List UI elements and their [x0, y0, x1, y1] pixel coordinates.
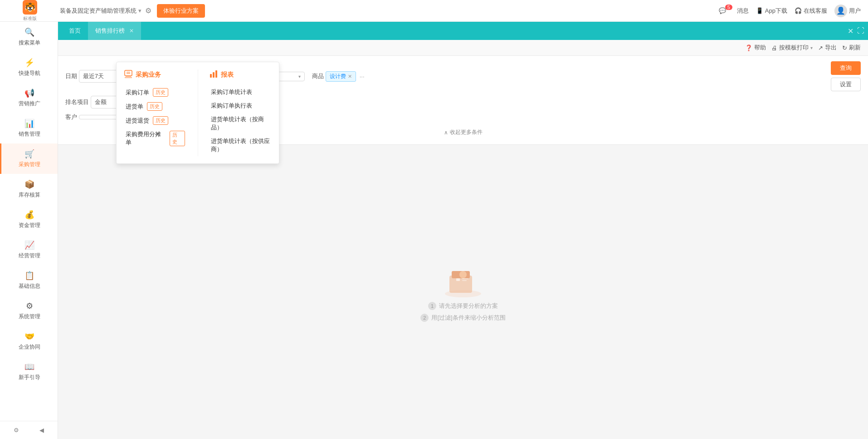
sidebar-item-system[interactable]: ⚙ 系统管理 — [0, 296, 58, 326]
goods-filter: 商品 设计费 ✕ ··· — [312, 71, 365, 82]
sidebar-label-purchase: 采购管理 — [19, 161, 40, 168]
empty-state: 1 请先选择要分析的方案 2 用[过滤]条件来缩小分析范围 — [58, 145, 868, 439]
inbound-stat-supplier-label: 进货单统计表（按供应商） — [211, 137, 270, 153]
sidebar-settings-btn[interactable]: ⚙ — [14, 427, 19, 434]
message-icon: 💬 — [719, 7, 726, 14]
refresh-label: 刷新 — [849, 44, 861, 52]
empty-step-1-text: 请先选择要分析的方案 — [439, 302, 498, 310]
sidebar-item-newbie[interactable]: 📖 新手引导 — [0, 356, 58, 387]
sidebar-item-inventory[interactable]: 📦 库存核算 — [0, 174, 58, 204]
tab-home[interactable]: 首页 — [62, 22, 88, 40]
inbound-return-label: 进货退货 — [126, 117, 149, 125]
user-item[interactable]: 👤 用户 — [834, 5, 861, 17]
date-value: 最近7天 — [83, 72, 104, 80]
purchase-order-label: 采购订单 — [126, 89, 149, 97]
online-service-item[interactable]: 🎧 在线客服 — [795, 7, 827, 15]
purchase-section-icon — [124, 69, 133, 80]
history-badge-1: 历史 — [147, 102, 162, 111]
menu-item-purchase-order-stat[interactable]: 采购订单统计表 — [209, 85, 272, 99]
search-icon: 🔍 — [24, 27, 34, 37]
sidebar-item-search[interactable]: 🔍 搜索菜单 — [0, 22, 58, 52]
enterprise-icon: 🤝 — [24, 331, 34, 341]
menu-item-inbound-stat-goods[interactable]: 进货单统计表（按商品） — [209, 113, 272, 134]
settings-icon[interactable]: ⚙ — [145, 6, 151, 15]
top-bar: 🐯 标准版 装备及固定资产辅助管理系统 ▾ ⚙ 体验行业方案 💬 5 消息 📱 … — [0, 0, 868, 22]
app-download-label: App下载 — [765, 7, 787, 15]
report-section-label: 报表 — [221, 71, 234, 79]
page-toolbar: ❓ 帮助 🖨 按模板打印 ▾ ↗ 导出 ↻ 刷新 — [58, 40, 868, 56]
sidebar-label-sales: 销售管理 — [19, 130, 40, 138]
goods-tag-value: 设计费 — [330, 73, 346, 80]
sidebar-item-operation[interactable]: 📈 经营管理 — [0, 235, 58, 265]
tab-expand-icon[interactable]: ⛶ — [857, 27, 864, 35]
message-item[interactable]: 💬 5 消息 — [719, 7, 749, 15]
date-label: 日期 — [65, 72, 77, 80]
rank-value: 金额 — [95, 98, 107, 106]
purchase-section-label: 采购业务 — [136, 71, 161, 79]
sidebar-item-sales[interactable]: 📊 销售管理 — [0, 113, 58, 143]
sidebar-item-enterprise[interactable]: 🤝 企业协同 — [0, 326, 58, 356]
collapse-button[interactable]: ∧ 收起更多条件 — [441, 126, 485, 139]
tab-close-icon[interactable]: ✕ — [129, 28, 134, 34]
online-service-label: 在线客服 — [804, 7, 827, 15]
report-section-icon — [209, 69, 218, 80]
svg-rect-5 — [462, 278, 468, 279]
menu-item-inbound[interactable]: 进货单 历史 — [124, 99, 187, 113]
sidebar-label-inventory: 库存核算 — [19, 191, 40, 199]
query-button[interactable]: 查询 — [831, 61, 861, 75]
sidebar-label-operation: 经营管理 — [19, 252, 40, 260]
sidebar-label-marketing: 营销推广 — [19, 100, 40, 108]
sidebar-label-quicknav: 快捷导航 — [19, 69, 40, 77]
settings-button[interactable]: 设置 — [831, 78, 861, 91]
menu-item-purchase-order[interactable]: 采购订单 历史 — [124, 85, 187, 99]
sidebar-item-purchase[interactable]: 🛒 采购管理 — [0, 143, 58, 174]
logo-text: 标准版 — [23, 15, 37, 22]
report-section: 报表 采购订单统计表 采购订单执行表 进货单统计表（按商品） 进货单统计表（按供… — [209, 69, 272, 156]
marketing-icon: 📢 — [24, 88, 34, 98]
goods-filter-dots[interactable]: ··· — [360, 73, 365, 80]
step-num-1: 1 — [428, 302, 436, 310]
svg-rect-12 — [210, 74, 212, 78]
menu-item-purchase-expense[interactable]: 采购费用分摊单 历史 — [124, 128, 187, 149]
sidebar-item-basic-info[interactable]: 📋 基础信息 — [0, 265, 58, 296]
step-num-2: 2 — [420, 314, 429, 322]
empty-step-2: 2 用[过滤]条件来缩小分析范围 — [420, 314, 505, 322]
print-button[interactable]: 🖨 按模板打印 ▾ — [771, 44, 813, 52]
export-label: 导出 — [825, 44, 837, 52]
phone-icon: 📱 — [756, 7, 763, 14]
finance-icon: 💰 — [24, 210, 34, 220]
history-badge-0: 历史 — [153, 88, 168, 97]
menu-item-inbound-stat-supplier[interactable]: 进货单统计表（按供应商） — [209, 134, 272, 156]
menu-divider — [198, 69, 198, 156]
refresh-button[interactable]: ↻ 刷新 — [842, 44, 861, 52]
svg-rect-7 — [125, 70, 132, 76]
sidebar-collapse-btn[interactable]: ◀ — [39, 427, 44, 434]
system-name-area: 装备及固定资产辅助管理系统 ▾ ⚙ — [56, 6, 151, 15]
rank-label: 排名项目 — [65, 98, 89, 106]
purchase-order-stat-label: 采购订单统计表 — [211, 88, 252, 96]
basic-info-icon: 📋 — [24, 271, 34, 281]
menu-item-purchase-order-exec[interactable]: 采购订单执行表 — [209, 99, 272, 113]
print-dropdown-icon[interactable]: ▾ — [810, 45, 813, 50]
help-button[interactable]: ❓ 帮助 — [745, 44, 766, 52]
menu-item-inbound-return[interactable]: 进货退货 历史 — [124, 113, 187, 128]
svg-rect-6 — [462, 280, 467, 281]
report-section-title: 报表 — [209, 69, 272, 80]
app-download-item[interactable]: 📱 App下载 — [756, 7, 787, 15]
customer-label: 客户 — [65, 113, 77, 121]
sidebar-label-system: 系统管理 — [19, 313, 40, 321]
tab-close-all-icon[interactable]: ✕ — [848, 27, 853, 35]
goods-tag-remove[interactable]: ✕ — [348, 74, 352, 79]
sidebar-item-marketing[interactable]: 📢 营销推广 — [0, 83, 58, 113]
export-icon: ↗ — [818, 44, 823, 51]
empty-state-icon — [440, 262, 486, 298]
export-button[interactable]: ↗ 导出 — [818, 44, 837, 52]
logo-area: 🐯 标准版 — [7, 0, 53, 22]
sidebar-item-quicknav[interactable]: ⚡ 快捷导航 — [0, 52, 58, 83]
system-dropdown-icon[interactable]: ▾ — [138, 7, 141, 14]
industry-button[interactable]: 体验行业方案 — [157, 4, 205, 18]
top-right: 💬 5 消息 📱 App下载 🎧 在线客服 👤 用户 — [719, 5, 861, 17]
tab-sales-rank[interactable]: 销售排行榜 ✕ — [88, 22, 141, 40]
sidebar-item-finance[interactable]: 💰 资金管理 — [0, 204, 58, 235]
system-name: 装备及固定资产辅助管理系统 — [60, 7, 137, 15]
